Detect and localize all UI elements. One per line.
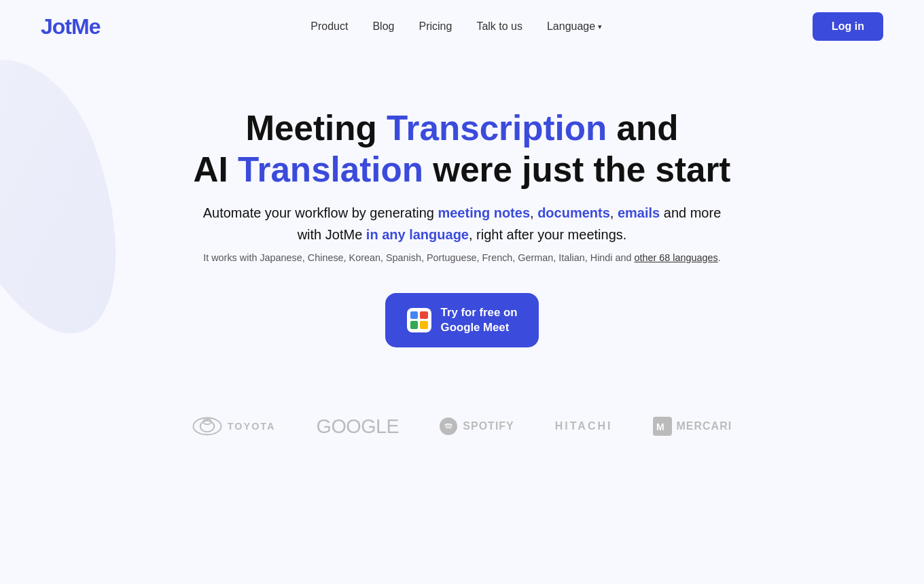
language-label: Language [547, 20, 595, 33]
subtitle-text2: , [530, 205, 537, 220]
spotify-text: Spotify [463, 420, 514, 432]
google-text: Google [316, 415, 399, 438]
subtitle-link-any-language[interactable]: in any language [366, 227, 469, 242]
gm-quadrant-1 [410, 311, 419, 320]
languages-end: . [718, 252, 721, 263]
logo-toyota: TOYOTA [192, 417, 276, 436]
logo-mercari: m mercari [653, 417, 732, 436]
google-meet-icon [407, 308, 431, 332]
hero-title-part3: AI [194, 150, 238, 189]
hero-title-part4: were just the start [423, 150, 730, 189]
cta-google-meet-button[interactable]: Try for free on Google Meet [385, 293, 539, 347]
spotify-icon [440, 417, 457, 435]
logo-google: Google [316, 415, 399, 438]
hero-title-part1: Meeting [245, 109, 387, 148]
mercari-text: mercari [676, 420, 732, 432]
navbar: JotMe Product Blog Pricing Talk to us La… [0, 0, 924, 53]
chevron-down-icon: ▾ [598, 22, 602, 31]
mercari-icon: m [653, 417, 672, 436]
hero-section: Meeting Transcription and AI Translation… [0, 53, 924, 388]
subtitle-text1: Automate your workflow by generating [203, 205, 438, 220]
nav-talk[interactable]: Talk to us [476, 20, 522, 32]
subtitle-link-meeting-notes[interactable]: meeting notes [438, 205, 530, 220]
subtitle-text4: and more [660, 205, 721, 220]
nav-blog[interactable]: Blog [372, 20, 394, 32]
gm-quadrant-3 [410, 321, 419, 329]
cta-text: Try for free on Google Meet [441, 305, 518, 335]
svg-text:m: m [656, 422, 665, 432]
cta-line1: Try for free on [441, 305, 518, 320]
other-languages-link[interactable]: other 68 languages [635, 252, 718, 263]
nav-pricing[interactable]: Pricing [419, 20, 452, 32]
toyota-icon [192, 417, 222, 436]
nav-links: Product Blog Pricing Talk to us Language… [310, 20, 602, 33]
logo-spotify: Spotify [440, 417, 514, 435]
partner-logos: TOYOTA Google Spotify HITACHI m mercari [0, 388, 924, 465]
subtitle-text3: , [610, 205, 618, 220]
gm-quadrant-4 [420, 321, 428, 329]
hero-title: Meeting Transcription and AI Translation… [14, 107, 910, 191]
logo-hitachi: HITACHI [555, 420, 613, 432]
hero-languages: It works with Japanese, Chinese, Korean,… [14, 252, 910, 263]
brand-logo[interactable]: JotMe [41, 14, 100, 39]
login-button[interactable]: Log in [813, 12, 883, 41]
hero-subtitle: Automate your workflow by generating mee… [14, 202, 910, 245]
subtitle-text6: , right after your meetings. [469, 227, 626, 242]
subtitle-link-emails[interactable]: emails [618, 205, 660, 220]
hero-title-highlight2: Translation [238, 150, 423, 189]
hero-title-highlight1: Transcription [387, 109, 607, 148]
subtitle-link-documents[interactable]: documents [537, 205, 610, 220]
hitachi-text: HITACHI [555, 420, 613, 432]
nav-product[interactable]: Product [310, 20, 348, 32]
language-selector[interactable]: Language ▾ [547, 20, 602, 33]
svg-point-1 [200, 421, 215, 432]
subtitle-text5: with JotMe [298, 227, 366, 242]
cta-line2: Google Meet [441, 320, 518, 335]
gm-quadrant-2 [420, 311, 428, 320]
hero-title-part2: and [607, 109, 678, 148]
languages-text: It works with Japanese, Chinese, Korean,… [203, 252, 634, 263]
toyota-text: TOYOTA [228, 421, 276, 432]
